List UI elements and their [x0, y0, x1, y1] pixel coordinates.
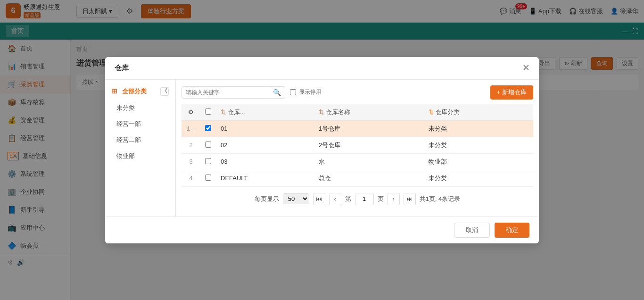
- dialog-footer: 取消 确定: [105, 217, 539, 243]
- collapse-btn[interactable]: 《: [160, 87, 169, 96]
- row-name: 总仓: [314, 170, 423, 186]
- last-page-btn[interactable]: ⏭: [404, 193, 416, 205]
- row-num: 1 ···: [182, 120, 200, 137]
- th-gear: ⚙: [182, 104, 200, 121]
- page-label: 第: [345, 195, 351, 203]
- sort-icon-name: ⇅: [319, 108, 324, 116]
- warehouse-table: ⚙ ⇅ 仓库... ⇅ 仓库名称: [182, 104, 533, 187]
- search-icon: 🔍: [273, 89, 281, 96]
- dialog-main: 🔍 显示停用 + 新增仓库 ⚙: [176, 80, 539, 217]
- dialog-category-sidebar: ⊞ 全部分类 《 未分类 经营一部 经营二部 物业部: [105, 80, 176, 217]
- close-icon[interactable]: ✕: [522, 64, 529, 72]
- cancel-button[interactable]: 取消: [454, 223, 490, 238]
- confirm-button[interactable]: 确定: [495, 223, 529, 238]
- dialog-toolbar: 🔍 显示停用 + 新增仓库: [182, 85, 533, 100]
- search-box: 🔍: [182, 86, 285, 99]
- row-name: 水: [314, 153, 423, 170]
- table-row[interactable]: 2 02 2号仓库 未分类: [182, 137, 533, 153]
- th-code: ⇅ 仓库...: [216, 104, 314, 121]
- row-checkbox[interactable]: [205, 142, 211, 148]
- next-page-btn[interactable]: ›: [388, 193, 400, 205]
- pagination: 每页显示 50 100 ⏮ ‹ 第 页 › ⏭ 共1页, 4条记录: [182, 187, 533, 211]
- dialog-body: ⊞ 全部分类 《 未分类 经营一部 经营二部 物业部 🔍: [105, 80, 539, 217]
- row-code: 01: [216, 120, 314, 137]
- row-category: 未分类: [424, 137, 533, 153]
- row-num: 2: [182, 137, 200, 153]
- select-all-checkbox[interactable]: [205, 108, 211, 115]
- sort-icon: ⇅: [221, 108, 226, 116]
- show-disabled-label[interactable]: 显示停用: [290, 88, 322, 96]
- per-page-select[interactable]: 50 100: [283, 193, 309, 204]
- modal-overlay: 仓库 ✕ ⊞ 全部分类 《 未分类 经营一部 经营二部 物业部: [0, 0, 644, 300]
- th-name: ⇅ 仓库名称: [314, 104, 423, 121]
- category-item-uncategorized[interactable]: 未分类: [105, 100, 175, 116]
- row-actions-icon[interactable]: ···: [190, 125, 196, 132]
- page-suffix: 页: [378, 195, 384, 203]
- row-checkbox-cell: [200, 137, 216, 153]
- row-code: 02: [216, 137, 314, 153]
- dialog-title: 仓库: [115, 64, 129, 73]
- show-disabled-checkbox[interactable]: [290, 89, 296, 95]
- table-row[interactable]: 4 DEFAULT 总仓 未分类: [182, 170, 533, 186]
- th-category: ⇅ 仓库分类: [424, 104, 533, 121]
- add-warehouse-btn[interactable]: + 新增仓库: [490, 85, 533, 100]
- table-wrapper: ⚙ ⇅ 仓库... ⇅ 仓库名称: [182, 104, 533, 187]
- category-item-property[interactable]: 物业部: [105, 149, 175, 164]
- table-row[interactable]: 3 03 水 物业部: [182, 153, 533, 170]
- grid-icon: ⊞: [112, 87, 117, 95]
- prev-page-btn[interactable]: ‹: [329, 193, 341, 205]
- row-category: 未分类: [424, 170, 533, 186]
- all-category-label: 全部分类: [122, 88, 147, 95]
- search-input[interactable]: [186, 89, 273, 96]
- row-category: 未分类: [424, 120, 533, 137]
- dialog-header: 仓库 ✕: [105, 57, 539, 80]
- row-checkbox[interactable]: [205, 158, 211, 164]
- page-number-input[interactable]: [355, 193, 374, 205]
- first-page-btn[interactable]: ⏮: [313, 193, 325, 205]
- row-num: 3: [182, 153, 200, 170]
- warehouse-dialog: 仓库 ✕ ⊞ 全部分类 《 未分类 经营一部 经营二部 物业部: [105, 57, 539, 243]
- sort-icon-cat: ⇅: [429, 108, 434, 116]
- row-num: 4: [182, 170, 200, 186]
- category-item-ops1[interactable]: 经营一部: [105, 117, 175, 132]
- table-row[interactable]: 1 ··· 01 1号仓库 未分类: [182, 120, 533, 137]
- show-disabled-text: 显示停用: [299, 88, 322, 96]
- row-checkbox-cell: [200, 170, 216, 186]
- row-code: DEFAULT: [216, 170, 314, 186]
- row-checkbox[interactable]: [205, 125, 211, 131]
- row-checkbox-cell: [200, 120, 216, 137]
- table-header-row: ⚙ ⇅ 仓库... ⇅ 仓库名称: [182, 104, 533, 121]
- row-checkbox-cell: [200, 153, 216, 170]
- total-info: 共1页, 4条记录: [420, 195, 461, 203]
- row-name: 1号仓库: [314, 120, 423, 137]
- category-item-ops2[interactable]: 经营二部: [105, 133, 175, 148]
- row-category: 物业部: [424, 153, 533, 170]
- row-checkbox[interactable]: [205, 175, 211, 181]
- row-name: 2号仓库: [314, 137, 423, 153]
- th-check: [200, 104, 216, 121]
- dialog-all-category[interactable]: ⊞ 全部分类 《: [105, 83, 175, 100]
- row-code: 03: [216, 153, 314, 170]
- per-page-label: 每页显示: [255, 195, 279, 203]
